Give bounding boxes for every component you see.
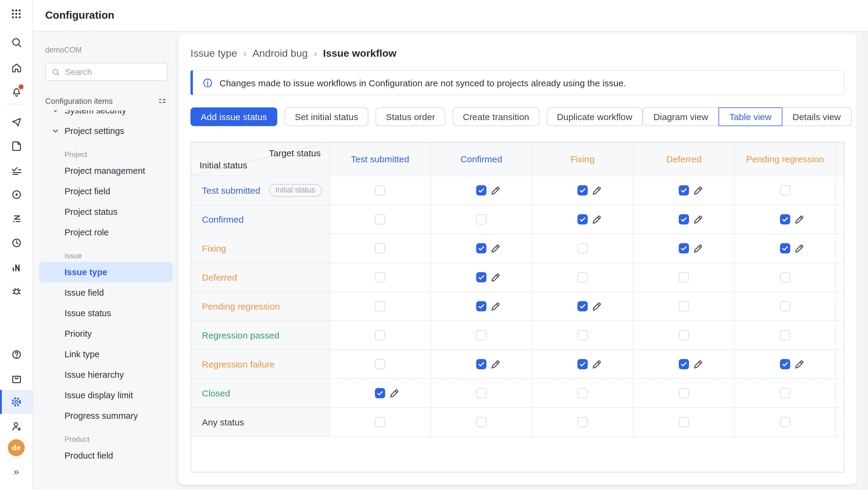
transition-checkbox[interactable]: [375, 214, 385, 225]
edit-transition-icon[interactable]: [590, 213, 602, 225]
transition-cell[interactable]: [532, 321, 633, 350]
transition-cell[interactable]: [532, 234, 633, 263]
hours-clock-icon[interactable]: [0, 231, 33, 255]
collapse-rail-icon[interactable]: »: [0, 463, 33, 481]
edit-transition-icon[interactable]: [489, 271, 501, 283]
sidebar-item-project-management[interactable]: Project management: [39, 161, 173, 181]
transition-checkbox[interactable]: [780, 272, 790, 282]
transition-checkbox-checked[interactable]: [578, 185, 588, 196]
transition-cell[interactable]: [633, 263, 735, 292]
transition-cell[interactable]: [532, 408, 633, 437]
transition-cell[interactable]: [330, 408, 431, 437]
transition-cell[interactable]: [735, 263, 836, 292]
pipeline-icon[interactable]: [0, 206, 33, 231]
transition-cell[interactable]: [633, 408, 735, 437]
edit-transition-icon[interactable]: [388, 387, 400, 399]
transition-cell[interactable]: [431, 379, 532, 408]
transition-checkbox-checked[interactable]: [780, 214, 790, 225]
transition-cell[interactable]: [633, 321, 735, 350]
transition-cell[interactable]: [633, 234, 735, 263]
transition-cell[interactable]: [431, 321, 532, 350]
transition-cell[interactable]: [532, 350, 633, 379]
transition-checkbox[interactable]: [578, 388, 588, 398]
transition-checkbox[interactable]: [476, 330, 487, 340]
edit-transition-icon[interactable]: [489, 300, 501, 312]
transition-checkbox[interactable]: [375, 359, 385, 369]
set-initial-status-button[interactable]: Set initial status: [284, 108, 368, 126]
page-scrollbar[interactable]: [861, 31, 868, 490]
transition-cell[interactable]: [532, 292, 633, 321]
transition-cell[interactable]: [330, 205, 431, 234]
transition-checkbox[interactable]: [375, 185, 385, 196]
export-file-icon[interactable]: [0, 133, 33, 157]
tab-table-view[interactable]: Table view: [718, 108, 782, 126]
transition-cell[interactable]: [633, 350, 735, 379]
transition-checkbox-checked[interactable]: [578, 214, 588, 225]
edit-transition-icon[interactable]: [793, 358, 805, 370]
transition-cell[interactable]: [330, 263, 431, 292]
sidebar-item-progress-summary[interactable]: Progress summary: [39, 405, 173, 426]
sidebar-item-issue-status[interactable]: Issue status: [39, 303, 173, 323]
transition-cell[interactable]: [633, 292, 735, 321]
sprint-target-icon[interactable]: [0, 182, 33, 206]
sidebar-item-project-status[interactable]: Project status: [39, 202, 173, 222]
edit-transition-icon[interactable]: [489, 242, 501, 254]
edit-transition-icon[interactable]: [590, 300, 602, 312]
transition-cell[interactable]: [330, 321, 431, 350]
edit-transition-icon[interactable]: [489, 358, 501, 370]
status-order-button[interactable]: Status order: [375, 108, 445, 126]
search-input[interactable]: [64, 66, 161, 77]
wiki-send-icon[interactable]: [0, 110, 33, 134]
search-icon[interactable]: [0, 30, 33, 54]
transition-checkbox[interactable]: [375, 417, 385, 427]
sidebar-item-issue-field[interactable]: Issue field: [39, 282, 173, 303]
create-transition-button[interactable]: Create transition: [453, 108, 539, 126]
transition-cell[interactable]: [532, 379, 633, 408]
testcase-bug-icon[interactable]: [0, 279, 33, 303]
transition-checkbox[interactable]: [780, 388, 790, 398]
settings-gear-icon[interactable]: [0, 390, 33, 414]
tab-diagram-view[interactable]: Diagram view: [643, 108, 719, 126]
sidebar-item-issue-type[interactable]: Issue type: [39, 262, 173, 282]
transition-checkbox[interactable]: [578, 272, 588, 282]
edit-transition-icon[interactable]: [793, 242, 805, 254]
tab-details-view[interactable]: Details view: [782, 108, 852, 126]
edit-transition-icon[interactable]: [793, 213, 805, 225]
transition-cell[interactable]: [532, 176, 633, 205]
transition-checkbox-checked[interactable]: [476, 359, 487, 369]
transition-cell[interactable]: [735, 292, 836, 321]
transition-checkbox[interactable]: [578, 417, 588, 427]
transition-cell[interactable]: [735, 176, 836, 205]
transition-checkbox-checked[interactable]: [679, 214, 689, 225]
transition-cell[interactable]: [633, 205, 735, 234]
transition-checkbox-checked[interactable]: [578, 359, 588, 369]
transition-cell[interactable]: [735, 408, 836, 437]
edit-transition-icon[interactable]: [692, 358, 704, 370]
edit-transition-icon[interactable]: [692, 213, 704, 225]
transition-cell[interactable]: [633, 176, 735, 205]
transition-cell[interactable]: [735, 205, 836, 234]
notifications-bell-icon[interactable]: [0, 80, 33, 104]
transition-checkbox-checked[interactable]: [679, 243, 689, 254]
transition-checkbox[interactable]: [679, 330, 689, 340]
transition-checkbox[interactable]: [578, 330, 588, 340]
edit-transition-icon[interactable]: [692, 242, 704, 254]
transition-checkbox[interactable]: [476, 214, 487, 225]
edit-transition-icon[interactable]: [692, 184, 704, 196]
marketplace-bag-icon[interactable]: [0, 366, 33, 390]
transition-checkbox[interactable]: [476, 417, 487, 427]
transition-checkbox[interactable]: [375, 243, 385, 254]
transition-checkbox-checked[interactable]: [476, 185, 487, 196]
transition-cell[interactable]: [330, 350, 431, 379]
transition-checkbox-checked[interactable]: [780, 243, 790, 254]
sidebar-parent-system-security[interactable]: System security: [33, 110, 175, 121]
transition-cell[interactable]: [735, 350, 836, 379]
avatar[interactable]: de: [8, 439, 25, 456]
transition-checkbox-checked[interactable]: [476, 272, 487, 282]
transition-cell[interactable]: [330, 379, 431, 408]
transition-checkbox[interactable]: [679, 388, 689, 398]
transition-checkbox-checked[interactable]: [679, 185, 689, 196]
transition-checkbox[interactable]: [679, 417, 689, 427]
transition-checkbox[interactable]: [780, 330, 790, 340]
sidebar-search[interactable]: [45, 63, 167, 81]
